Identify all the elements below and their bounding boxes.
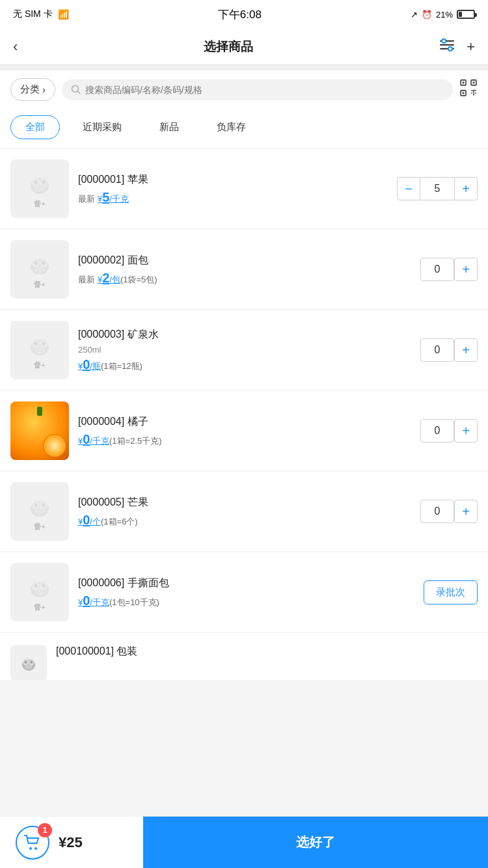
svg-point-62: [25, 661, 27, 662]
batch-button[interactable]: 录批次: [424, 580, 478, 604]
product-image-0000005: 督+: [10, 482, 69, 541]
filter-bar: 分类 ›: [0, 70, 488, 109]
location-icon: ↗: [411, 10, 418, 20]
product-image-0000001: 督+: [10, 159, 69, 218]
filter-icon[interactable]: [439, 38, 455, 55]
category-label: 分类: [20, 83, 40, 96]
product-info-000100001: [000100001] 包装: [56, 645, 478, 662]
list-item: 督+ [0000005] 芒果 ¥0/个(1箱=6个) +: [0, 472, 488, 551]
product-name: [0000005] 芒果: [78, 496, 411, 509]
back-button[interactable]: ‹: [13, 38, 18, 55]
tab-new[interactable]: 新品: [144, 115, 194, 139]
svg-rect-10: [463, 81, 465, 83]
list-item: [0000004] 橘子 ¥0/千克(1箱=2.5千克) +: [0, 391, 488, 470]
tab-negative[interactable]: 负库存: [202, 115, 261, 139]
cart-total: ¥25: [59, 834, 83, 851]
svg-point-63: [31, 661, 32, 662]
list-item: 督+ [0000001] 苹果 最新 ¥5/千克 − +: [0, 149, 488, 228]
qty-control-0000002: +: [420, 258, 478, 281]
placeholder-owl-icon: [25, 573, 54, 601]
product-price: ¥0/瓶(1箱=12瓶): [78, 357, 411, 372]
carrier-text: 无 SIM 卡: [13, 8, 53, 20]
product-name: [0000001] 苹果: [78, 173, 388, 187]
qty-control-0000004: +: [420, 419, 478, 442]
product-name: [0000002] 面包: [78, 254, 411, 267]
qty-minus-button[interactable]: −: [397, 177, 420, 200]
product-name: [0000004] 橘子: [78, 415, 411, 429]
cart-area: 1 ¥25: [0, 826, 143, 860]
svg-point-56: [34, 589, 45, 595]
svg-point-38: [35, 342, 37, 344]
product-image-0000002: 督+: [10, 240, 69, 299]
list-item: 督+ [0000006] 手撕面包 ¥0/千克(1包=10千克) 录批次: [0, 552, 488, 632]
qty-plus-button[interactable]: +: [454, 177, 478, 200]
product-spec: 250ml: [78, 345, 411, 355]
product-name: [0000003] 矿泉水: [78, 328, 411, 342]
svg-point-31: [43, 262, 45, 264]
cart-badge: 1: [38, 823, 52, 837]
category-button[interactable]: 分类 ›: [10, 78, 55, 101]
search-input[interactable]: [85, 85, 444, 95]
qty-plus-button[interactable]: +: [454, 419, 478, 442]
qty-input[interactable]: [420, 500, 454, 523]
tab-recent[interactable]: 近期采购: [68, 115, 137, 139]
svg-point-64: [25, 664, 33, 669]
qty-input[interactable]: [420, 258, 454, 281]
product-name: [000100001] 包装: [56, 645, 478, 658]
qty-control-0000003: +: [420, 338, 478, 362]
svg-point-46: [35, 504, 37, 506]
product-info-0000005: [0000005] 芒果 ¥0/个(1箱=6个): [78, 496, 411, 528]
product-image-0000006: 督+: [10, 563, 69, 621]
product-info-0000002: [0000002] 面包 最新 ¥2/包(1袋=5包): [78, 254, 411, 286]
svg-point-40: [34, 347, 45, 353]
svg-line-6: [78, 91, 81, 94]
svg-point-4: [448, 47, 452, 51]
qty-input[interactable]: [420, 419, 454, 442]
qty-control-0000001: − +: [397, 177, 478, 200]
svg-point-55: [43, 584, 45, 586]
svg-point-30: [35, 262, 37, 264]
bottom-bar: 1 ¥25 选好了: [0, 816, 488, 868]
category-chevron: ›: [42, 84, 46, 95]
placeholder-owl-icon: [25, 331, 54, 359]
placeholder-owl-icon: [25, 250, 54, 278]
list-item: [000100001] 包装: [0, 633, 488, 680]
qty-plus-button[interactable]: +: [454, 258, 478, 281]
product-info-0000001: [0000001] 苹果 最新 ¥5/千克: [78, 173, 388, 205]
svg-point-3: [442, 39, 446, 43]
placeholder-owl-icon: [18, 653, 39, 673]
svg-point-47: [43, 504, 45, 506]
qty-plus-button[interactable]: +: [454, 500, 478, 523]
svg-point-65: [29, 847, 32, 850]
svg-point-32: [34, 266, 45, 273]
qty-control-0000005: +: [420, 500, 478, 523]
placeholder-owl-icon: [25, 169, 54, 198]
svg-point-24: [34, 185, 45, 192]
tab-all[interactable]: 全部: [10, 115, 60, 139]
battery-percent: 21%: [436, 10, 453, 20]
product-price: 最新 ¥2/包(1袋=5包): [78, 271, 411, 286]
product-name: [0000006] 手撕面包: [78, 576, 414, 590]
list-item: 督+ [0000002] 面包 最新 ¥2/包(1袋=5包) +: [0, 230, 488, 309]
page-title: 选择商品: [204, 38, 253, 55]
nav-divider: [0, 65, 488, 70]
qty-input[interactable]: [420, 338, 454, 362]
status-bar: 无 SIM 卡 📶 下午6:08 ↗ ⏰ 21%: [0, 0, 488, 29]
svg-point-54: [35, 584, 37, 586]
scan-icon[interactable]: [459, 79, 478, 101]
qty-input[interactable]: [420, 177, 454, 200]
product-info-0000003: [0000003] 矿泉水 250ml ¥0/瓶(1箱=12瓶): [78, 328, 411, 372]
cart-icon: [24, 835, 41, 850]
qty-plus-button[interactable]: +: [454, 338, 478, 362]
status-time: 下午6:08: [218, 7, 262, 22]
placeholder-owl-icon: [25, 492, 54, 521]
add-button[interactable]: +: [467, 38, 475, 55]
svg-point-48: [34, 508, 45, 515]
svg-point-39: [43, 342, 45, 344]
cart-button[interactable]: 1: [16, 826, 49, 860]
product-price: ¥0/千克(1包=10千克): [78, 593, 414, 608]
confirm-button[interactable]: 选好了: [143, 817, 488, 869]
tab-bar: 全部 近期采购 新品 负库存: [0, 109, 488, 149]
battery-icon: [457, 10, 475, 19]
product-info-0000006: [0000006] 手撕面包 ¥0/千克(1包=10千克): [78, 576, 414, 608]
